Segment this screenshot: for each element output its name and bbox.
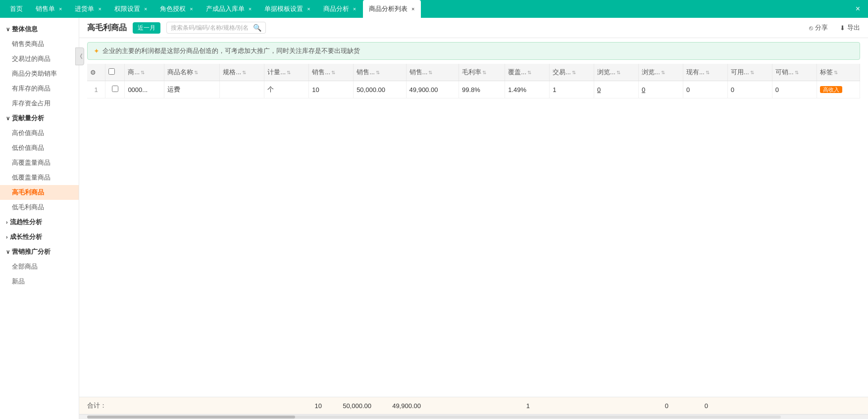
nav-close-icon[interactable]: ×	[353, 6, 356, 12]
sort-icon[interactable]: ⇅	[428, 70, 432, 75]
sidebar-item-高价值商品[interactable]: 高价值商品	[0, 126, 79, 140]
bottom-scrollbar[interactable]	[79, 414, 868, 419]
col-header-settings[interactable]: ⚙	[87, 64, 105, 81]
col-header-browse2[interactable]: 浏览...⇅	[638, 64, 683, 81]
nav-close-icon[interactable]: ×	[59, 6, 62, 12]
col-header-spec[interactable]: 规格...⇅	[220, 64, 264, 81]
col-header-sku[interactable]: 商...⇅	[125, 64, 164, 81]
sort-icon[interactable]: ⇅	[141, 70, 145, 75]
col-header-sellable[interactable]: 可销...⇅	[772, 64, 817, 81]
nav-item-进货单[interactable]: 进货单×	[69, 0, 107, 18]
content-header: 高毛利商品 近一月 🔍 ⎋ 分享 ⬇ 导出	[79, 18, 868, 38]
share-button[interactable]: ⎋ 分享	[809, 23, 828, 32]
table-footer: 合计： 1050,000.0049,900.00100	[79, 397, 868, 414]
col-header-sales_amount[interactable]: 销售...⇅	[354, 64, 406, 81]
col-header-available[interactable]: 可用...⇅	[727, 64, 772, 81]
sidebar-item-高覆盖量商品[interactable]: 高覆盖量商品	[0, 155, 79, 170]
col-header-gross_margin[interactable]: 毛利率⇅	[459, 64, 505, 81]
sort-icon[interactable]: ⇅	[331, 70, 335, 75]
col-header-current_stock[interactable]: 现有...⇅	[683, 64, 727, 81]
col-header-browse1[interactable]: 浏览...⇅	[594, 64, 639, 81]
sort-icon[interactable]: ⇅	[795, 70, 799, 75]
nav-close-icon[interactable]: ×	[98, 6, 101, 12]
col-header-unit[interactable]: 计量...⇅	[264, 64, 309, 81]
sort-icon[interactable]: ⇅	[482, 70, 486, 75]
nav-close-all-button[interactable]: ×	[852, 4, 864, 13]
sidebar-item-高毛利商品[interactable]: 高毛利商品	[0, 185, 79, 200]
sidebar-item-全部商品[interactable]: 全部商品	[0, 259, 79, 274]
sort-icon[interactable]: ⇅	[572, 70, 576, 75]
col-header-sales_qty[interactable]: 销售...⇅	[309, 64, 354, 81]
sort-icon[interactable]: ⇅	[527, 70, 531, 75]
search-icon[interactable]: 🔍	[253, 24, 261, 32]
scrollbar-thumb[interactable]	[87, 416, 295, 419]
cell-sales_qty: 10	[309, 81, 354, 98]
sort-icon[interactable]: ⇅	[194, 70, 198, 75]
sort-icon[interactable]: ⇅	[376, 70, 380, 75]
sort-icon[interactable]: ⇅	[242, 70, 246, 75]
nav-item-产成品入库单[interactable]: 产成品入库单×	[200, 0, 257, 18]
sort-icon[interactable]: ⇅	[287, 70, 291, 75]
cell-name: 运费	[164, 81, 220, 98]
cell-settings: 1	[87, 81, 105, 98]
sidebar-collapse-button[interactable]: 《	[75, 47, 84, 65]
time-filter-button[interactable]: 近一月	[133, 22, 160, 34]
col-header-checkbox[interactable]	[105, 64, 125, 81]
arrow-icon: ›	[6, 219, 8, 225]
sidebar-group-整体信息[interactable]: ∨整体信息	[0, 22, 79, 37]
sidebar-item-有库存的商品[interactable]: 有库存的商品	[0, 81, 79, 96]
footer-spacer1	[424, 402, 493, 410]
scrollbar-track	[87, 416, 781, 419]
col-header-transaction[interactable]: 交易...⇅	[550, 64, 594, 81]
sidebar-item-库存资金占用[interactable]: 库存资金占用	[0, 96, 79, 111]
cell-transaction: 1	[550, 81, 594, 98]
nav-item-商品分析列表[interactable]: 商品分析列表×	[363, 0, 420, 18]
sidebar-group-贡献量分析[interactable]: ∨贡献量分析	[0, 111, 79, 126]
sidebar-group-营销推广分析[interactable]: ∨营销推广分析	[0, 244, 79, 259]
table-body: 10000...运费个1050,000.0049,900.0099.8%1.49…	[87, 81, 860, 98]
sort-icon[interactable]: ⇅	[834, 70, 838, 75]
cell-spec	[220, 81, 264, 98]
sidebar-item-低毛利商品[interactable]: 低毛利商品	[0, 200, 79, 215]
share-icon: ⎋	[809, 24, 813, 32]
nav-close-icon[interactable]: ×	[411, 6, 414, 12]
nav-item-商品分析[interactable]: 商品分析×	[317, 0, 362, 18]
nav-close-icon[interactable]: ×	[190, 6, 193, 12]
select-all-checkbox[interactable]	[108, 68, 115, 75]
nav-close-icon[interactable]: ×	[144, 6, 147, 12]
table-row: 10000...运费个1050,000.0049,900.0099.8%1.49…	[87, 81, 860, 98]
row-checkbox[interactable]	[112, 86, 118, 92]
nav-item-角色授权[interactable]: 角色授权×	[154, 0, 199, 18]
sidebar-group-流趋性分析[interactable]: ›流趋性分析	[0, 215, 79, 230]
sort-icon[interactable]: ⇅	[661, 70, 665, 75]
nav-item-销售单[interactable]: 销售单×	[30, 0, 68, 18]
tag-badge: 高收入	[820, 86, 842, 93]
nav-close-icon[interactable]: ×	[249, 6, 252, 12]
sidebar-item-销售类商品[interactable]: 销售类商品	[0, 37, 79, 51]
settings-icon[interactable]: ⚙	[90, 69, 96, 76]
col-header-sales_cost[interactable]: 销售...⇅	[406, 64, 459, 81]
sort-icon[interactable]: ⇅	[616, 70, 620, 75]
cell-coverage: 1.49%	[505, 81, 550, 98]
col-header-tag[interactable]: 标签⇅	[817, 64, 860, 81]
sidebar-item-低价值商品[interactable]: 低价值商品	[0, 140, 79, 155]
col-header-name[interactable]: 商品名称⇅	[164, 64, 220, 81]
sort-icon[interactable]: ⇅	[750, 70, 754, 75]
nav-item-单据模板设置[interactable]: 单据模板设置×	[258, 0, 316, 18]
nav-item-权限设置[interactable]: 权限设置×	[108, 0, 153, 18]
nav-close-icon[interactable]: ×	[307, 6, 310, 12]
sort-icon[interactable]: ⇅	[706, 70, 710, 75]
sidebar-group-成长性分析[interactable]: ›成长性分析	[0, 230, 79, 244]
sidebar-item-交易过的商品[interactable]: 交易过的商品	[0, 51, 79, 66]
col-header-coverage[interactable]: 覆盖...⇅	[505, 64, 550, 81]
sidebar-item-商品分类助销率[interactable]: 商品分类助销率	[0, 66, 79, 81]
sidebar-item-新品[interactable]: 新品	[0, 274, 79, 289]
nav-item-首页[interactable]: 首页	[4, 0, 29, 18]
cell-available: 0	[727, 81, 772, 98]
cell-tag: 高收入	[817, 81, 860, 98]
sidebar-item-低覆盖量商品[interactable]: 低覆盖量商品	[0, 170, 79, 185]
data-table-wrapper: ⚙商...⇅商品名称⇅规格...⇅计量...⇅销售...⇅销售...⇅销售...…	[79, 64, 868, 397]
search-input[interactable]	[171, 24, 250, 31]
footer-spacer2	[533, 402, 632, 410]
export-button[interactable]: ⬇ 导出	[840, 23, 860, 32]
